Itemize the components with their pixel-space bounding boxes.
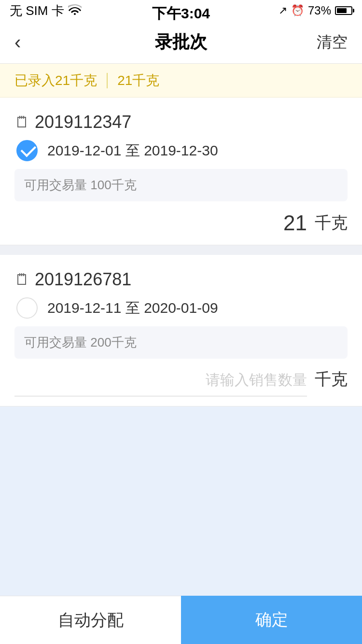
input-underline-2 (14, 396, 307, 396)
wifi-icon (68, 3, 82, 18)
battery-icon (335, 6, 352, 15)
alarm-icon: ⏰ (291, 4, 304, 17)
input-placeholder-2[interactable]: 请输入销售数量 (206, 370, 307, 396)
batch-date-row-2[interactable]: 2019-12-11 至 2020-01-09 (14, 297, 348, 319)
status-time: 下午3:04 (152, 4, 210, 24)
radio-1[interactable] (16, 140, 38, 161)
status-right: ↗ ⏰ 73% (278, 4, 352, 17)
batch-available-1: 可用交易量 100千克 (14, 169, 348, 201)
info-banner: 已录入21千克 21千克 (0, 64, 362, 98)
nav-bar: ‹ 录批次 清空 (0, 21, 362, 64)
radio-2[interactable] (16, 297, 38, 319)
input-unit-2: 千克 (315, 368, 348, 396)
batch-id-1: 2019112347 (35, 112, 131, 132)
batch-doc-icon-2: 🗒 (14, 271, 30, 289)
input-wrapper-2: 请输入销售数量 (14, 370, 307, 396)
batch-header-1: 🗒 2019112347 (14, 112, 348, 132)
status-carrier: 无 SIM 卡 (10, 2, 82, 19)
clear-button[interactable]: 清空 (317, 32, 348, 53)
carrier-text: 无 SIM 卡 (10, 2, 64, 19)
auto-distribute-button[interactable]: 自动分配 (0, 596, 181, 644)
quantity-row-1: 21 千克 (0, 201, 362, 245)
batch-header-2: 🗒 2019126781 (14, 269, 348, 290)
batch-date-row-1[interactable]: 2019-12-01 至 2019-12-30 (14, 140, 348, 161)
status-bar: 无 SIM 卡 下午3:04 ↗ ⏰ 73% (0, 0, 362, 21)
batch-date-1: 2019-12-01 至 2019-12-30 (47, 141, 218, 161)
quantity-unit-1: 千克 (315, 212, 348, 234)
bottom-bar: 自动分配 确定 (0, 596, 362, 644)
total-amount: 21千克 (117, 71, 159, 90)
card-divider (0, 245, 362, 255)
info-divider (107, 73, 108, 88)
batch-date-2: 2019-12-11 至 2020-01-09 (47, 298, 218, 318)
batch-doc-icon-1: 🗒 (14, 113, 30, 131)
recorded-amount: 已录入21千克 (14, 71, 97, 90)
batch-card-1: 🗒 2019112347 2019-12-01 至 2019-12-30 可用交… (0, 98, 362, 245)
page-title: 录批次 (155, 30, 207, 54)
confirm-button[interactable]: 确定 (181, 596, 362, 644)
back-button[interactable]: ‹ (14, 31, 43, 53)
location-icon: ↗ (278, 4, 287, 17)
batch-card-2: 🗒 2019126781 2019-12-11 至 2020-01-09 可用交… (0, 255, 362, 406)
batch-available-2: 可用交易量 200千克 (14, 326, 348, 359)
quantity-value-1: 21 (283, 211, 307, 235)
input-row-2: 请输入销售数量 千克 (0, 359, 362, 406)
battery-text: 73% (308, 4, 331, 17)
batch-id-2: 2019126781 (35, 269, 131, 290)
